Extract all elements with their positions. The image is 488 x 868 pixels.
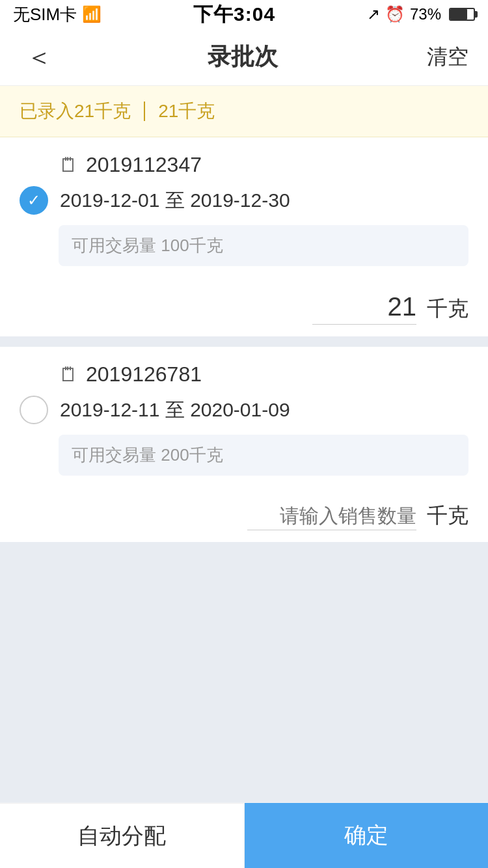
clear-button[interactable]: 清空 bbox=[427, 43, 468, 72]
status-bar: 无SIM卡 📶 下午3:04 ↗ ⏰ 73% bbox=[0, 0, 488, 29]
summary-bar: 已录入21千克 21千克 bbox=[0, 86, 488, 137]
quantity-input-area-2: 千克 bbox=[0, 502, 488, 542]
quantity-unit-1: 千克 bbox=[427, 295, 468, 323]
check-icon-1: ✓ bbox=[27, 191, 40, 210]
batch-id-row-1: 🗒 2019112347 bbox=[59, 153, 468, 177]
confirm-button[interactable]: 确定 bbox=[245, 803, 489, 868]
carrier-text: 无SIM卡 bbox=[13, 3, 77, 26]
available-text-1: 可用交易量 100千克 bbox=[72, 236, 223, 255]
batch-id-row-2: 🗒 2019126781 bbox=[59, 362, 468, 387]
quantity-value-1: 21 bbox=[388, 292, 417, 321]
batch-card-inner-2: 🗒 2019126781 2019-12-11 至 2020-01-09 可用交… bbox=[0, 347, 488, 502]
batch-card-inner-1: 🗒 2019112347 ✓ 2019-12-01 至 2019-12-30 可… bbox=[0, 137, 488, 292]
batch-id-1: 2019112347 bbox=[86, 153, 202, 177]
batch-card-1: 🗒 2019112347 ✓ 2019-12-01 至 2019-12-30 可… bbox=[0, 137, 488, 336]
bottom-bar: 自动分配 确定 bbox=[0, 803, 488, 868]
quantity-underline-1 bbox=[312, 324, 416, 325]
summary-value: 21千克 bbox=[158, 99, 215, 124]
section-divider bbox=[0, 336, 488, 347]
batch-doc-icon-1: 🗒 bbox=[59, 154, 78, 176]
summary-divider bbox=[144, 102, 145, 121]
batch-doc-icon-2: 🗒 bbox=[59, 364, 78, 386]
quantity-display-1: 21 千克 bbox=[0, 292, 488, 336]
batch-date-row-2[interactable]: 2019-12-11 至 2020-01-09 bbox=[20, 396, 468, 424]
radio-button-1[interactable]: ✓ bbox=[20, 186, 48, 215]
battery-percent: 73% bbox=[410, 5, 441, 23]
quantity-input-2[interactable] bbox=[247, 505, 416, 527]
back-button[interactable]: ＜ bbox=[20, 33, 59, 81]
status-time: 下午3:04 bbox=[193, 1, 275, 28]
confirm-label: 确定 bbox=[344, 821, 388, 850]
status-right: ↗ ⏰ 73% bbox=[367, 5, 475, 23]
empty-area bbox=[0, 542, 488, 802]
auto-distribute-button[interactable]: 自动分配 bbox=[0, 803, 245, 868]
auto-distribute-label: 自动分配 bbox=[77, 821, 166, 851]
wifi-icon: 📶 bbox=[82, 5, 102, 23]
summary-recorded: 已录入21千克 bbox=[20, 99, 131, 124]
batch-date-1: 2019-12-01 至 2019-12-30 bbox=[60, 187, 290, 214]
alarm-icon: ⏰ bbox=[385, 5, 405, 23]
quantity-unit-2: 千克 bbox=[427, 502, 468, 530]
page-title: 录批次 bbox=[208, 41, 278, 73]
content-area: 🗒 2019112347 ✓ 2019-12-01 至 2019-12-30 可… bbox=[0, 137, 488, 867]
available-tag-2: 可用交易量 200千克 bbox=[59, 435, 468, 476]
quantity-underline-2 bbox=[247, 530, 416, 530]
batch-date-2: 2019-12-11 至 2020-01-09 bbox=[60, 397, 290, 424]
batch-id-2: 2019126781 bbox=[86, 362, 202, 387]
available-tag-1: 可用交易量 100千克 bbox=[59, 225, 468, 266]
batch-date-row-1[interactable]: ✓ 2019-12-01 至 2019-12-30 bbox=[20, 186, 468, 215]
batch-card-2: 🗒 2019126781 2019-12-11 至 2020-01-09 可用交… bbox=[0, 347, 488, 542]
status-carrier: 无SIM卡 📶 bbox=[13, 3, 102, 26]
nav-bar: ＜ 录批次 清空 bbox=[0, 29, 488, 86]
location-icon: ↗ bbox=[367, 5, 380, 23]
available-text-2: 可用交易量 200千克 bbox=[72, 445, 223, 465]
battery-icon bbox=[449, 8, 475, 21]
radio-button-2[interactable] bbox=[20, 396, 48, 424]
